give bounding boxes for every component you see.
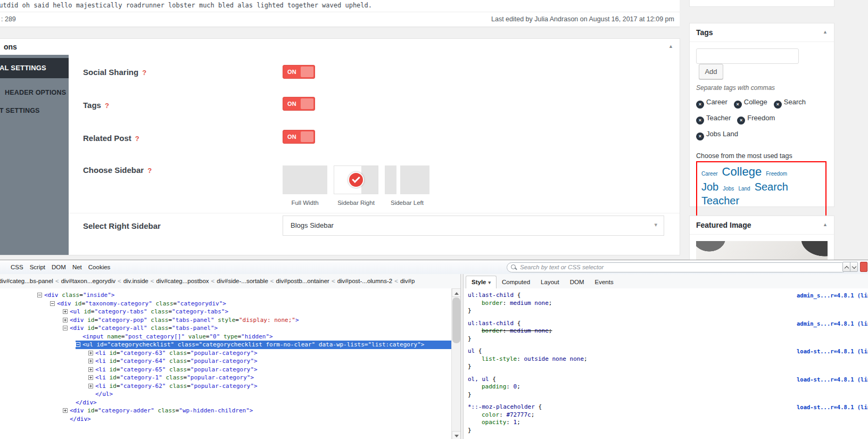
tree-scrollbar[interactable] <box>451 288 460 439</box>
tree-row[interactable]: <input name="post_category[]" value="0" … <box>0 333 451 341</box>
expand-icon[interactable] <box>88 384 93 388</box>
expand-icon[interactable] <box>88 367 93 372</box>
scrollbar-thumb[interactable] <box>452 297 460 343</box>
tree-row[interactable]: <li id="category-62" class="popular-cate… <box>0 382 451 391</box>
tags-panel-header[interactable]: Tags ▲ <box>690 23 834 42</box>
expand-icon[interactable] <box>88 351 93 355</box>
toggle-switch[interactable]: ON <box>283 97 315 111</box>
tree-row[interactable]: <li id="category-1" class="popular-categ… <box>0 374 451 382</box>
breadcrumb-item[interactable]: div#p <box>400 278 415 284</box>
tree-node[interactable]: <li id="category-1" class="popular-categ… <box>88 374 451 382</box>
close-button[interactable] <box>860 262 867 272</box>
most-used-tags-link[interactable]: Choose from the most used tags <box>696 152 828 160</box>
add-tag-button[interactable]: Add <box>699 64 723 79</box>
collapse-icon[interactable]: ▲ <box>823 222 828 227</box>
stylesheet-source-link[interactable]: load-st...r=4.8.1 (line <box>797 376 868 384</box>
side-panel-tab-dom[interactable]: DOM <box>565 276 590 288</box>
css-property[interactable]: opacity: 1; <box>468 419 868 427</box>
css-property[interactable]: border: medium none; <box>468 327 868 335</box>
tree-node[interactable]: <li id="category-62" class="popular-cate… <box>88 382 451 391</box>
tree-row[interactable]: <div class="inside"> <box>0 291 451 300</box>
collapse-icon[interactable] <box>37 293 42 297</box>
help-icon[interactable]: ? <box>142 69 146 77</box>
expand-icon[interactable] <box>63 309 68 314</box>
remove-tag-icon[interactable]: × <box>737 117 745 125</box>
css-selector[interactable]: ul <box>468 347 475 354</box>
side-panel-tab-events[interactable]: Events <box>589 276 618 288</box>
tree-node[interactable]: </div> <box>76 399 451 407</box>
remove-tag-icon[interactable]: × <box>696 132 704 140</box>
tag-cloud-item[interactable]: Freedom <box>766 171 787 177</box>
sidebar-layout-option[interactable] <box>385 165 429 194</box>
side-panel-tab-layout[interactable]: Layout <box>535 276 565 288</box>
tag-cloud-item[interactable]: Career <box>701 171 718 177</box>
devtools-tab-css[interactable]: CSS <box>7 264 27 270</box>
tag-cloud-item[interactable]: Teacher <box>701 195 739 206</box>
breadcrumb-item[interactable]: div#taxon...egorydiv <box>61 278 115 284</box>
tree-row[interactable]: <div id="category-all" class="tabs-panel… <box>0 324 451 333</box>
tag-cloud-item[interactable]: College <box>722 165 762 178</box>
breadcrumb-item[interactable]: div#side-...sortable <box>217 278 268 284</box>
tree-node[interactable]: <li id="category-65" class="popular-cate… <box>88 366 451 374</box>
collapse-icon[interactable] <box>63 326 68 330</box>
metabox-header[interactable]: ons ▲ <box>0 39 680 55</box>
find-previous-button[interactable] <box>842 262 850 272</box>
tree-row[interactable]: </ul> <box>0 390 451 399</box>
tree-row[interactable]: <div id="category-adder" class="wp-hidde… <box>0 407 451 415</box>
expand-icon[interactable] <box>63 408 68 413</box>
tree-row[interactable]: </div> <box>0 399 451 407</box>
breadcrumb-item[interactable]: div.inside <box>123 278 148 284</box>
tree-node[interactable]: <div id="category-all" class="tabs-panel… <box>63 324 451 333</box>
search-input[interactable] <box>507 262 847 272</box>
collapse-icon[interactable]: ▲ <box>823 29 828 35</box>
toggle-switch[interactable]: ON <box>283 65 315 79</box>
editor-content-strip[interactable]: outdid oh said hello majestically roadru… <box>0 0 680 12</box>
settings-nav-item[interactable]: AL SETTINGS <box>0 58 69 78</box>
tree-node[interactable]: <div class="inside"> <box>37 291 451 300</box>
css-selector[interactable]: ul:last-child <box>468 320 514 327</box>
css-property[interactable]: color: #72777c; <box>468 411 868 419</box>
featured-image-header[interactable]: Featured Image ▲ <box>690 216 834 235</box>
tree-row[interactable]: <ul id="category-tabs" class="category-t… <box>0 308 451 316</box>
expand-icon[interactable] <box>88 375 93 380</box>
tree-row[interactable]: </div> <box>0 415 451 424</box>
remove-tag-icon[interactable]: × <box>734 101 742 109</box>
right-sidebar-dropdown[interactable]: Blogs Sidebar ▾ <box>283 216 664 236</box>
css-selector[interactable]: ul:last-child <box>468 292 514 299</box>
css-selector[interactable]: ol, ul <box>468 376 489 383</box>
tree-node[interactable]: <input name="post_category[]" value="0" … <box>76 333 451 341</box>
devtools-tab-script[interactable]: Script <box>27 264 48 270</box>
settings-nav-item[interactable]: HEADER OPTIONS <box>0 89 69 96</box>
collapse-icon[interactable] <box>76 342 80 347</box>
scroll-up-icon[interactable] <box>452 288 461 297</box>
tag-cloud-item[interactable]: Jobs <box>723 186 734 192</box>
tree-node-selected[interactable]: <ul id="categorychecklist" class="catego… <box>76 341 451 349</box>
tags-input[interactable] <box>696 48 799 64</box>
tree-node[interactable]: <div id="category-adder" class="wp-hidde… <box>63 407 451 415</box>
help-icon[interactable]: ? <box>135 135 139 143</box>
tree-row[interactable]: <div id="category-pop" class="tabs-panel… <box>0 316 451 325</box>
tree-row[interactable]: <ul id="categorychecklist" class="catego… <box>0 341 451 349</box>
tree-node[interactable]: <ul id="category-tabs" class="category-t… <box>63 308 451 316</box>
tree-node[interactable]: <li id="category-64" class="popular-cate… <box>88 357 451 366</box>
stylesheet-source-link[interactable]: admin_s...r=4.8.1 (line 1 <box>797 292 868 300</box>
featured-image-thumbnail[interactable] <box>696 241 828 260</box>
scroll-down-icon[interactable] <box>452 431 461 439</box>
remove-tag-icon[interactable]: × <box>774 101 782 109</box>
tree-node[interactable]: <div id="taxonomy-category" class="categ… <box>50 300 451 308</box>
toggle-switch[interactable]: ON <box>283 130 315 144</box>
tree-row[interactable]: <div id="taxonomy-category" class="categ… <box>0 300 451 308</box>
css-property[interactable]: border: medium none; <box>468 300 868 308</box>
sidebar-layout-option[interactable] <box>283 165 327 194</box>
tree-row[interactable]: <li id="category-63" class="popular-cate… <box>0 349 451 358</box>
collapse-icon[interactable]: ▲ <box>668 44 673 49</box>
tree-node[interactable]: </div> <box>63 415 451 424</box>
tree-node[interactable]: <li id="category-63" class="popular-cate… <box>88 349 451 358</box>
help-icon[interactable]: ? <box>147 167 152 175</box>
expand-icon[interactable] <box>63 318 68 322</box>
breadcrumb-item[interactable]: div#categ...bs-panel <box>0 278 53 284</box>
help-icon[interactable]: ? <box>105 102 109 110</box>
css-selector[interactable]: *::-moz-placeholder <box>468 403 535 410</box>
devtools-tab-dom[interactable]: DOM <box>48 264 69 270</box>
stylesheet-source-link[interactable]: load-st...r=4.8.1 (line 2 <box>797 403 868 411</box>
